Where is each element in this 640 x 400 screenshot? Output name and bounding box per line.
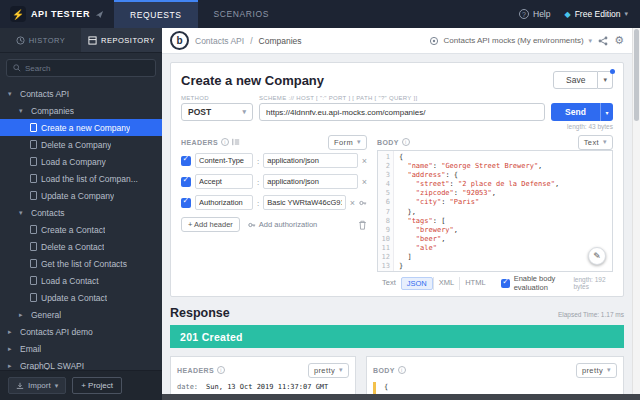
tab-requests[interactable]: REQUESTS [114, 0, 198, 28]
breadcrumb-project[interactable]: Contacts API [195, 36, 244, 46]
body-editor[interactable]: 12345678910111213 { "name": "George Stre… [377, 150, 613, 272]
search-input[interactable] [25, 64, 149, 73]
header-name-input[interactable] [195, 153, 253, 168]
header-value-input[interactable] [263, 153, 358, 168]
help-label: Help [533, 9, 550, 19]
trash-icon[interactable] [358, 220, 367, 230]
tree-item-label: Contacts [31, 208, 65, 218]
response-headers-mode-select[interactable]: pretty ▾ [308, 363, 349, 378]
line-number: 9 [378, 226, 393, 235]
request-card: Create a new Company Save ▾ METHOD SCHEM… [170, 62, 624, 297]
code-line: } [399, 262, 612, 271]
body-evaluation-toggle[interactable]: Enable body evaluation [501, 274, 574, 292]
edit-pencil-button[interactable]: ✎ [588, 247, 606, 265]
save-button[interactable]: Save [553, 71, 598, 89]
headers-mode-select[interactable]: Form ▾ [328, 135, 367, 150]
workspace-logo[interactable]: b [170, 31, 189, 50]
help-button[interactable]: Help [519, 9, 550, 19]
repository-tree: ▾Contacts API▾CompaniesCreate a new Comp… [0, 83, 162, 370]
breadcrumb-section[interactable]: Companies [259, 36, 302, 46]
environment-selector[interactable]: Contacts API mocks (My environments) ▾ [429, 36, 593, 46]
edition-menu[interactable]: ◆ Free Edition ▾ [564, 9, 628, 19]
add-project-button[interactable]: + Project [72, 377, 122, 394]
tree-item-get-the-list-of-contacts[interactable]: Get the list of Contacts [0, 255, 162, 272]
tree-item-load-a-company[interactable]: Load a Company [0, 153, 162, 170]
caret-right-icon: ▸ [19, 311, 27, 319]
code-line: "name": "George Street Brewery", [399, 162, 612, 171]
body-mode-select[interactable]: Text ▾ [578, 135, 613, 150]
evaluation-checkbox[interactable] [501, 279, 510, 288]
info-icon [221, 138, 229, 146]
add-authorization-button[interactable]: Add authorization [248, 220, 317, 229]
caret-right-icon: ▸ [8, 345, 16, 353]
colon-separator [257, 156, 259, 166]
tree-item-update-a-company[interactable]: Update a Company [0, 187, 162, 204]
header-enabled-checkbox[interactable] [181, 198, 191, 208]
chevron-down-icon: ▾ [607, 366, 611, 374]
save-button-group: Save ▾ [553, 71, 613, 89]
send-button[interactable]: Send ▾ [551, 103, 613, 121]
url-input[interactable] [259, 103, 545, 121]
tree-item-label: General [31, 310, 61, 320]
response-body-mode-label: pretty [582, 366, 603, 375]
caret-down-icon: ▾ [8, 90, 16, 98]
header-name-input[interactable] [195, 195, 253, 210]
format-tab-xml[interactable]: XML [433, 277, 459, 290]
download-icon [16, 382, 24, 390]
format-tab-html[interactable]: HTML [459, 277, 490, 290]
remove-header-icon[interactable]: × [362, 177, 367, 187]
response-headers-title: HEADERS [177, 367, 214, 374]
tree-item-companies[interactable]: ▾Companies [0, 102, 162, 119]
editor-code[interactable]: { "name": "George Street Brewery", "addr… [394, 151, 612, 271]
tree-item-load-a-contact[interactable]: Load a Contact [0, 272, 162, 289]
settings-gear-icon[interactable]: ⚙ [614, 35, 624, 46]
import-button[interactable]: Import ▾ [8, 377, 66, 394]
chevron-down-icon: ▾ [624, 10, 628, 18]
format-tab-text[interactable]: Text [377, 277, 401, 290]
line-number: 4 [378, 180, 393, 189]
tree-item-email[interactable]: ▸Email [0, 340, 162, 357]
tree-item-delete-a-company[interactable]: Delete a Company [0, 136, 162, 153]
remove-header-icon[interactable]: × [362, 156, 367, 166]
tree-item-delete-a-contact[interactable]: Delete a Contact [0, 238, 162, 255]
line-number: 10 [378, 235, 393, 244]
tab-history[interactable]: HISTORY [0, 28, 81, 52]
format-tab-json[interactable]: JSON [401, 277, 433, 290]
header-value-input[interactable] [263, 174, 358, 189]
line-number: 2 [378, 162, 393, 171]
vertical-scrollbar[interactable] [632, 28, 640, 394]
bulk-edit-icon[interactable] [232, 138, 240, 146]
tree-item-create-a-new-company[interactable]: Create a new Company [0, 119, 162, 136]
tree-item-update-a-contact[interactable]: Update a Contact [0, 289, 162, 306]
environment-label: Contacts API mocks (My environments) [444, 36, 584, 45]
tree-item-load-the-list-of-compan-[interactable]: Load the list of Compan... [0, 170, 162, 187]
document-icon [30, 225, 37, 234]
response-body-mode-select[interactable]: pretty ▾ [576, 363, 617, 378]
tree-item-create-a-contact[interactable]: Create a Contact [0, 221, 162, 238]
header-value-input[interactable] [263, 195, 346, 210]
header-enabled-checkbox[interactable] [181, 177, 191, 187]
repository-icon [88, 36, 97, 45]
header-enabled-checkbox[interactable] [181, 156, 191, 166]
header-name-input[interactable] [195, 174, 253, 189]
tab-scenarios[interactable]: SCENARIOS [198, 0, 285, 28]
response-title: Response [170, 306, 230, 320]
scrollbar-thumb[interactable] [634, 29, 639, 121]
tree-item-contacts-api-demo[interactable]: ▸Contacts API demo [0, 323, 162, 340]
document-icon [30, 276, 37, 285]
tree-item-contacts-api[interactable]: ▾Contacts API [0, 85, 162, 102]
tree-item-general[interactable]: ▸General [0, 306, 162, 323]
request-body-panel: BODY Text ▾ 12345678910111213 { "name": … [377, 134, 613, 290]
header-row: × [181, 192, 367, 213]
code-line: }, [399, 208, 612, 217]
tree-item-graphql-swapi[interactable]: ▸GraphQL SWAPI [0, 357, 162, 370]
key-icon[interactable] [359, 199, 367, 207]
chevron-down-icon: ▾ [603, 138, 607, 146]
share-icon[interactable] [598, 36, 608, 46]
add-header-button[interactable]: + Add header [181, 217, 240, 232]
tab-repository[interactable]: REPOSITORY [81, 28, 162, 52]
tree-item-contacts[interactable]: ▾Contacts [0, 204, 162, 221]
method-select[interactable]: POST ▾ [181, 103, 253, 121]
remove-header-icon[interactable]: × [350, 198, 355, 208]
line-number: 13 [378, 262, 393, 271]
